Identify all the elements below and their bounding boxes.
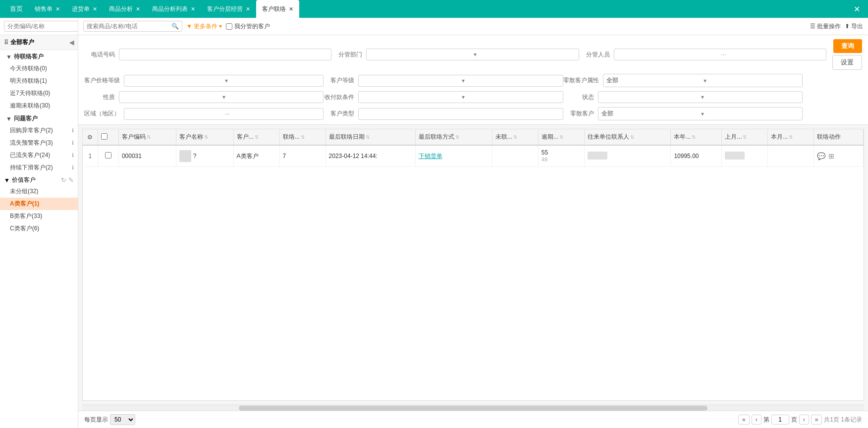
filter-row-4: 区域（地区） ··· 客户类型 零散客户 全部 ▾	[84, 107, 862, 120]
close-tab-sales[interactable]: ✕	[55, 6, 60, 12]
filter-zero-attr: 零散客户属性 全部 ▾	[563, 74, 803, 87]
last-page-button[interactable]: »	[811, 415, 822, 425]
sidebar-item-ungroup[interactable]: 未分组(32)	[0, 185, 78, 198]
td-code: 000031	[118, 145, 176, 167]
th-check	[98, 129, 118, 145]
sidebar-item-c-class[interactable]: C类客户(6)	[0, 222, 78, 235]
filter-region-select[interactable]: ···	[124, 108, 324, 120]
th-last-contact-method[interactable]: 最后联络方式⇅	[415, 129, 492, 145]
sidebar-collapse-icon[interactable]: ◀	[69, 39, 74, 46]
th-code[interactable]: 客户编码⇅	[118, 129, 176, 145]
sidebar-item-churned[interactable]: 已流失客户(24) ℹ	[0, 149, 78, 161]
nav-tab-purchase[interactable]: 进货单 ✕	[66, 0, 103, 18]
filter-zero-customer-select[interactable]: 全部 ▾	[598, 107, 803, 120]
th-customer-type[interactable]: 客户...⇅	[233, 129, 279, 145]
sidebar-item-declining[interactable]: 持续下滑客户(2) ℹ	[0, 161, 78, 174]
th-name[interactable]: 客户名称⇅	[176, 129, 233, 145]
close-tab-analysis-list[interactable]: ✕	[191, 6, 195, 12]
nav-home[interactable]: 首页	[4, 4, 29, 13]
row-checkbox[interactable]	[105, 152, 111, 159]
main-layout: 🔍 ⠿ 全部客户 ◀ ▼ 待联络客户 今天待联络(0) 明天待联络(1) 近7天…	[0, 18, 868, 428]
close-tab-customer-contact[interactable]: ✕	[289, 6, 293, 12]
nav-tab-analysis-list[interactable]: 商品分析列表 ✕	[146, 0, 201, 18]
page-size-select[interactable]: 50 100 200	[110, 414, 135, 425]
sidebar-item-tomorrow-pending[interactable]: 明天待联络(1)	[0, 75, 78, 87]
filter-icon: ▼	[186, 23, 192, 30]
filter-customer-type-input[interactable]	[358, 108, 563, 120]
td-last-contact-method: 下销货单	[415, 145, 492, 167]
filter-payment: 收付款条件 ▾	[324, 91, 563, 103]
sidebar-search-input[interactable]	[4, 21, 78, 32]
horizontal-scrollbar[interactable]	[82, 405, 864, 411]
filter-payment-label: 收付款条件	[324, 93, 358, 102]
gear-icon[interactable]: ⚙	[87, 134, 93, 141]
query-button[interactable]: 查询	[833, 39, 862, 53]
filter-phone-input[interactable]	[119, 49, 331, 60]
sidebar-item-churn-warning[interactable]: 流失预警客户(3) ℹ	[0, 137, 78, 149]
contact-method-link[interactable]: 下销货单	[419, 153, 442, 160]
select-all-checkbox[interactable]	[101, 133, 108, 140]
page-number-input[interactable]	[771, 415, 789, 425]
my-customer-checkbox[interactable]	[226, 23, 232, 30]
sidebar-item-today-pending[interactable]: 今天待联络(0)	[0, 62, 78, 75]
sidebar-item-repurchase-abnormal[interactable]: 回购异常客户(2) ℹ	[0, 124, 78, 137]
filter-phone-label: 电话号码	[84, 51, 119, 59]
th-this-month[interactable]: 本月...⇅	[768, 129, 814, 145]
th-contact-person[interactable]: 往来单位联系人⇅	[584, 129, 671, 145]
th-gear[interactable]: ⚙	[83, 129, 98, 145]
filter-button[interactable]: ▼ 更多条件 ▾	[186, 22, 222, 31]
close-tab-analysis[interactable]: ✕	[136, 6, 140, 12]
export-button[interactable]: ⬆ 导出	[845, 22, 863, 31]
th-last-month[interactable]: 上月...⇅	[722, 129, 768, 145]
batch-op-button[interactable]: ☰ 批量操作	[810, 22, 841, 31]
filter-zero-attr-select[interactable]: 全部 ▾	[603, 74, 803, 87]
th-overdue[interactable]: 逾期...⇅	[538, 129, 584, 145]
next-page-button[interactable]: ›	[799, 415, 809, 425]
sidebar-all-customers[interactable]: ⠿ 全部客户 ◀	[0, 35, 78, 50]
th-no-contact[interactable]: 未联...⇅	[492, 129, 538, 145]
toolbar-search-input[interactable]	[87, 23, 171, 30]
th-last-contact-date[interactable]: 最后联络日期⇅	[326, 129, 415, 145]
td-check	[98, 145, 118, 167]
sidebar-item-7days-pending[interactable]: 近7天待联络(0)	[0, 87, 78, 100]
th-contact-count[interactable]: 联络...⇅	[279, 129, 326, 145]
table-row: 1 000031 ? A类客户 7 2023-04-12 14:44: 下销	[83, 145, 864, 167]
filter-phone: 电话号码	[84, 49, 331, 60]
filter-nature-select[interactable]: ▾	[119, 91, 324, 103]
nav-tab-sales[interactable]: 销售单 ✕	[29, 0, 66, 18]
close-tab-customer-tier[interactable]: ✕	[246, 6, 250, 12]
first-page-button[interactable]: «	[738, 415, 750, 425]
filter-nature: 性质 ▾	[84, 91, 324, 103]
sidebar-item-b-class[interactable]: B类客户(33)	[0, 210, 78, 222]
filter-payment-select[interactable]: ▾	[358, 91, 563, 103]
batch-icon: ☰	[810, 23, 815, 30]
my-customer-checkbox-area[interactable]: 我分管的客户	[226, 22, 270, 31]
nav-tab-analysis[interactable]: 商品分析 ✕	[103, 0, 146, 18]
nav-tab-customer-tier[interactable]: 客户分层经营 ✕	[201, 0, 256, 18]
filter-status-select[interactable]: ▾	[598, 91, 803, 103]
edit-icon[interactable]: ✎	[68, 176, 74, 184]
avatar	[179, 150, 191, 162]
settings-button[interactable]: 设置	[832, 55, 862, 70]
content-area: 🔍 ▼ 更多条件 ▾ 我分管的客户 ☰ 批量操作 ⬆ 导出	[78, 18, 868, 428]
sidebar-item-overdue[interactable]: 逾期未联络(30)	[0, 100, 78, 112]
nav-tab-customer-contact[interactable]: 客户联络 ✕	[256, 0, 299, 18]
filter-manager-select[interactable]: ···	[614, 49, 826, 60]
filter-customer-grade-select[interactable]: ▾	[358, 75, 563, 87]
th-this-year[interactable]: 本年...⇅	[671, 129, 722, 145]
filter-nature-label: 性质	[84, 93, 119, 102]
app-close-button[interactable]: ✕	[850, 4, 864, 14]
sidebar-item-a-class[interactable]: A类客户(1)	[0, 198, 78, 210]
td-this-month	[768, 145, 814, 167]
toolbar-search-icon[interactable]: 🔍	[171, 23, 179, 30]
filter-price-grade-select[interactable]: ▾	[124, 75, 324, 87]
info-icon-churn: ℹ	[72, 140, 74, 146]
page-size-area: 每页显示 50 100 200	[84, 414, 135, 425]
prev-page-button[interactable]: ‹	[752, 415, 761, 425]
sort-icon-lastmonth: ⇅	[743, 134, 747, 140]
refresh-icon[interactable]: ↻	[61, 176, 66, 184]
filter-dept-select[interactable]: ▾	[366, 49, 579, 60]
close-tab-purchase[interactable]: ✕	[93, 6, 97, 12]
qr-icon[interactable]: ⊞	[828, 152, 834, 160]
message-icon[interactable]: 💬	[817, 152, 825, 160]
